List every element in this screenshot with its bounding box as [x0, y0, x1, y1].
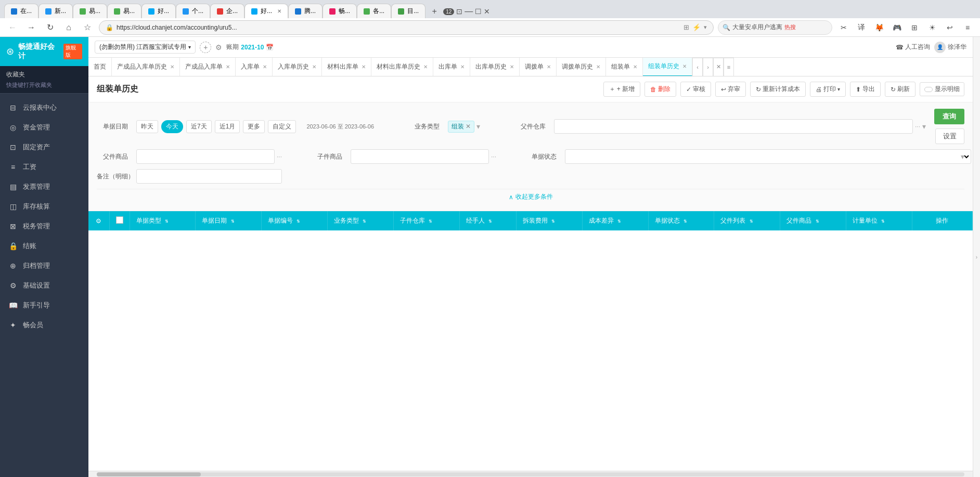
doc-tab-close-4[interactable]: ✕ [312, 64, 316, 70]
sidebar-item-yunbaobiao[interactable]: ⊟ 云报表中心 [0, 98, 88, 118]
sidebar-item-jichushezhi[interactable]: ⚙ 基础设置 [0, 276, 88, 295]
browser-tab-9[interactable]: 畅... [323, 4, 357, 18]
translate-icon[interactable]: 译 [854, 20, 869, 35]
doc-tab-close-11[interactable]: ✕ [633, 64, 637, 70]
parent-warehouse-more-icon[interactable]: ··· [915, 123, 920, 130]
browser-tab-10[interactable]: 各... [357, 4, 391, 18]
browser-close-btn[interactable]: ✕ [484, 7, 490, 16]
browser-tab-close-7[interactable]: ✕ [277, 8, 281, 14]
doc-tab-2[interactable]: 产成品入库单 ✕ [180, 58, 236, 76]
date-btn-more[interactable]: 更多 [243, 120, 265, 133]
doc-tab-home[interactable]: 首页 [88, 58, 112, 76]
browser-tab-5[interactable]: 个... [176, 4, 210, 18]
recalculate-button[interactable]: ↻ 重新计算成本 [750, 82, 806, 97]
parent-goods-more-icon[interactable]: ··· [277, 153, 282, 160]
parent-goods-input[interactable] [136, 149, 275, 164]
sort-parent-list[interactable]: ⇅ [750, 220, 753, 224]
table-settings-col[interactable]: ⚙ [88, 211, 109, 230]
date-btn-yesterday[interactable]: 昨天 [136, 120, 158, 133]
service-button[interactable]: ☎ 人工咨询 [896, 43, 930, 51]
query-button[interactable]: 查询 [934, 109, 964, 124]
url-qr-icon[interactable]: ⊞ [684, 23, 689, 31]
sort-doc-status[interactable]: ⇅ [684, 220, 687, 224]
doc-tab-close-3[interactable]: ✕ [263, 64, 267, 70]
date-btn-today[interactable]: 今天 [161, 120, 183, 133]
back-button[interactable]: ← [5, 20, 20, 35]
doc-tab-7[interactable]: 出库单 ✕ [433, 58, 470, 76]
home-button[interactable]: ⌂ [61, 20, 76, 35]
sort-biz-type[interactable]: ⇅ [363, 220, 366, 224]
sidebar-item-zijin[interactable]: ◎ 资金管理 [0, 118, 88, 137]
browser-tab-4[interactable]: 好... [141, 4, 176, 18]
settings-btn-top[interactable]: ⚙ [215, 43, 222, 51]
tab-close-all-btn[interactable]: ✕ [713, 58, 724, 76]
bookmark-button[interactable]: ☆ [80, 20, 95, 35]
child-goods-more-icon[interactable]: ··· [491, 153, 496, 160]
url-bolt-icon[interactable]: ⚡ [692, 23, 701, 31]
tab-prev-btn[interactable]: ‹ [692, 58, 703, 76]
sort-cost-diff[interactable]: ⇅ [617, 220, 621, 224]
notes-input[interactable] [136, 169, 282, 184]
doc-tab-close-8[interactable]: ✕ [510, 64, 514, 70]
abandon-button[interactable]: ↩ 弃审 [715, 82, 746, 97]
browser-minimize-btn[interactable]: — [465, 7, 473, 16]
sidebar-item-kucun[interactable]: ◫ 库存核算 [0, 197, 88, 216]
parent-warehouse-input[interactable] [554, 119, 913, 134]
doc-tab-close-2[interactable]: ✕ [226, 64, 230, 70]
search-bar[interactable]: 🔍 大量安卓用户逃离 热搜 [718, 20, 832, 35]
extension-3-icon[interactable]: ⊞ [907, 20, 922, 35]
extension-2-icon[interactable]: 🎮 [889, 20, 904, 35]
sidebar-item-gudingzichan[interactable]: ⊡ 固定资产 [0, 137, 88, 157]
child-goods-input[interactable] [351, 149, 489, 164]
browser-maximize-btn[interactable]: ☐ [475, 7, 482, 16]
show-detail-toggle[interactable]: 显示明细 [920, 82, 964, 96]
doc-tab-3[interactable]: 入库单 ✕ [236, 58, 273, 76]
browser-tab-7[interactable]: 好... ✕ [244, 4, 288, 18]
table-gear-icon[interactable]: ⚙ [96, 217, 101, 225]
sort-doc-no[interactable]: ⇅ [296, 220, 300, 224]
sort-doc-type[interactable]: ⇅ [165, 220, 169, 224]
sidebar-item-changhyuanyuan[interactable]: ✦ 畅会员 [0, 315, 88, 335]
browser-tab-11[interactable]: 目... [391, 4, 425, 18]
doc-tab-close-1[interactable]: ✕ [170, 64, 174, 70]
browser-tab-8[interactable]: 腾... [288, 4, 323, 18]
sort-handler[interactable]: ⇅ [488, 220, 492, 224]
date-btn-7days[interactable]: 近7天 [186, 120, 212, 133]
doc-tab-6[interactable]: 材料出库单历史 ✕ [371, 58, 433, 76]
audit-button[interactable]: ✓ 审核 [680, 82, 711, 97]
url-dropdown-icon[interactable]: ▾ [704, 24, 707, 31]
doc-tab-close-10[interactable]: ✕ [596, 64, 600, 70]
parent-warehouse-dropdown-icon[interactable]: ▾ [922, 122, 926, 131]
sidebar-item-xinshouyindao[interactable]: 📖 新手引导 [0, 295, 88, 315]
forward-button[interactable]: → [24, 20, 38, 35]
url-bar[interactable]: 🔒 https://cloud.chanjet.com/accounting/u… [99, 20, 714, 35]
doc-tab-close-6[interactable]: ✕ [423, 64, 428, 70]
doc-tab-close-12[interactable]: ✕ [682, 63, 687, 69]
browser-tab-2[interactable]: 易... [73, 4, 107, 18]
add-button[interactable]: ＋ + 新增 [603, 82, 640, 97]
print-button[interactable]: 🖨 打印 ▾ [810, 82, 846, 97]
extension-1-icon[interactable]: 🦊 [872, 20, 886, 35]
tab-more-btn[interactable]: ≡ [724, 58, 734, 76]
select-all-checkbox[interactable] [116, 216, 123, 224]
scroll-thumb[interactable] [97, 472, 201, 476]
business-type-dropdown-icon[interactable]: ▾ [476, 122, 480, 131]
doc-tab-12[interactable]: 组装单历史 ✕ [643, 58, 692, 76]
doc-tab-4[interactable]: 入库单历史 ✕ [273, 58, 322, 76]
delete-button[interactable]: 🗑 删除 [644, 82, 676, 97]
print-dropdown-icon[interactable]: ▾ [837, 86, 840, 92]
period-calendar-icon[interactable]: 📅 [266, 44, 274, 51]
export-button[interactable]: ⬆ 导出 [850, 82, 881, 97]
doc-tab-close-7[interactable]: ✕ [460, 64, 465, 70]
doc-tab-11[interactable]: 组装单 ✕ [606, 58, 643, 76]
add-company-btn[interactable]: + [200, 42, 211, 53]
doc-tab-1[interactable]: 产成品入库单历史 ✕ [112, 58, 180, 76]
sidebar-item-shuiwu[interactable]: ⊠ 税务管理 [0, 216, 88, 236]
browser-tab-0[interactable]: 在... [4, 4, 38, 18]
date-btn-custom[interactable]: 自定义 [268, 120, 296, 133]
doc-tab-close-5[interactable]: ✕ [362, 64, 366, 70]
company-selector[interactable]: (勿删勿禁用) 江西服宝测试专用 ▾ [95, 41, 196, 54]
refresh-button[interactable]: ↻ 刷新 [885, 82, 915, 97]
browser-tab-6[interactable]: 企... [210, 4, 244, 18]
right-collapse-panel[interactable]: › [973, 37, 980, 477]
